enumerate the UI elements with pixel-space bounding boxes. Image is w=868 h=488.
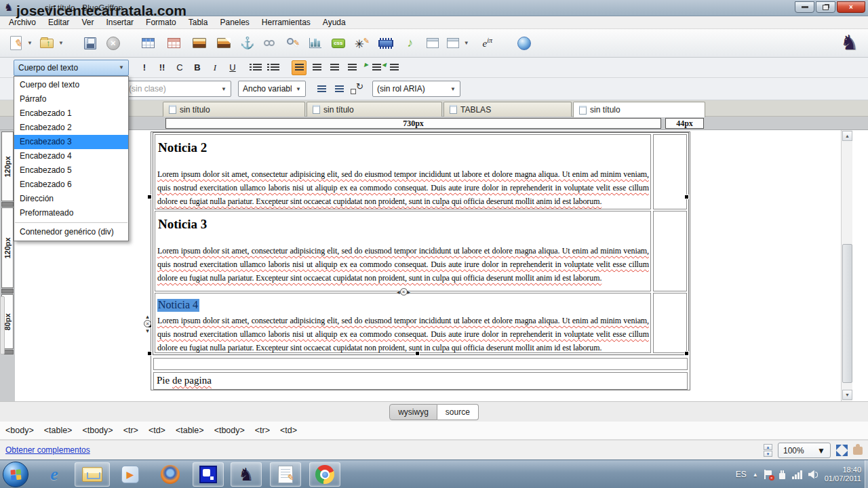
open-file-button[interactable]: ↑ (37, 32, 57, 55)
taskbar-internet-explorer[interactable]: e (39, 462, 69, 487)
math-button[interactable]: eiπ (473, 32, 502, 55)
breadcrumb-tr[interactable]: <tr> (123, 426, 138, 435)
menu-tabla[interactable]: Tabla (182, 16, 214, 28)
network-signal-icon[interactable] (792, 470, 802, 479)
taskbar-chrome[interactable] (309, 462, 340, 487)
strong-button[interactable]: !! (155, 60, 170, 75)
show-desktop-button[interactable] (865, 460, 868, 488)
breadcrumb-tbody[interactable]: <tbody> (82, 426, 113, 435)
browse-button[interactable] (513, 32, 536, 55)
position-static-button[interactable] (314, 81, 329, 96)
link-button[interactable] (259, 32, 281, 55)
tab-sin-titulo-1[interactable]: sin título (163, 102, 305, 117)
stop-button[interactable]: × (102, 32, 125, 55)
menu-item-encabezado-4[interactable]: Encabezado 4 (14, 149, 128, 163)
taskbar-windows-explorer[interactable] (75, 462, 110, 487)
paragraph-noticia-3[interactable]: Lorem ipsum dolor sit amet, consectetur … (157, 244, 649, 285)
selection-handle[interactable] (684, 351, 689, 356)
breadcrumb-tbody-2[interactable]: <tbody> (214, 426, 245, 435)
emphasis-button[interactable]: ! (137, 60, 152, 75)
new-document-dropdown-arrow[interactable]: ▼ (27, 40, 33, 46)
insert-table-button[interactable] (136, 32, 161, 55)
script-button[interactable]: ✳✎ (350, 32, 373, 55)
new-document-button[interactable]: ✎ (5, 32, 26, 55)
row-resize-widget[interactable]: ▴×▾ (144, 313, 151, 334)
selection-handle[interactable] (147, 351, 152, 356)
menu-herramientas[interactable]: Herramientas (256, 16, 317, 28)
tab-sin-titulo-2[interactable]: sin título (307, 102, 442, 117)
table-cell-noticia-2[interactable]: Noticia 2 Lorem ipsum dolor sit amet, co… (155, 134, 651, 209)
table-empty-row[interactable] (153, 358, 688, 370)
stylesheet-button[interactable]: css (327, 32, 350, 55)
preview-button[interactable]: ✎ (281, 32, 304, 55)
taskbar-screen-recorder[interactable] (193, 462, 224, 487)
selection-handle[interactable] (415, 351, 420, 356)
table-cell-noticia-3[interactable]: Noticia 3 Lorem ipsum dolor sit amet, co… (155, 211, 651, 291)
taskbar-bluegriffon[interactable]: ♞ (231, 462, 262, 487)
menu-item-parrafo[interactable]: Párrafo (14, 92, 128, 106)
bold-button[interactable]: B (190, 60, 205, 75)
vruler-divider[interactable] (1, 289, 14, 293)
breadcrumb-table[interactable]: <table> (44, 426, 73, 435)
taskbar-notepad[interactable]: ✎ (270, 462, 301, 487)
table-side-cell[interactable] (653, 211, 687, 291)
speaker-icon[interactable] (808, 470, 818, 479)
panel-splitter-grip[interactable] (0, 296, 5, 354)
table-side-cell[interactable] (653, 134, 687, 209)
vruler-segment-120px-1[interactable]: 120px (1, 131, 14, 201)
breadcrumb-td-2[interactable]: <td> (280, 426, 297, 435)
taskbar-firefox[interactable] (155, 462, 186, 487)
tab-sin-titulo-active[interactable]: sin título (573, 102, 705, 117)
column-resize-widget[interactable]: ◂×▸ (397, 288, 410, 296)
menu-paneles[interactable]: Paneles (214, 16, 255, 28)
open-file-dropdown-arrow[interactable]: ▼ (58, 40, 64, 46)
insert-video-button[interactable] (373, 32, 399, 55)
menu-ayuda[interactable]: Ayuda (317, 16, 352, 28)
breadcrumb-td[interactable]: <td> (149, 426, 165, 435)
insert-audio-button[interactable]: ♪ (399, 32, 422, 55)
breadcrumb-table-2[interactable]: <table> (176, 426, 204, 435)
breadcrumb-body[interactable]: <body> (5, 426, 34, 435)
menu-item-contenedor-generico[interactable]: Contenedor genérico (div) (14, 225, 128, 239)
vruler-divider[interactable] (1, 202, 14, 207)
fullscreen-button[interactable] (836, 445, 848, 456)
table-footer-cell[interactable]: Pie de pagina (153, 372, 688, 390)
scroll-down-button[interactable]: ▼ (842, 390, 852, 400)
breadcrumb-tr-2[interactable]: <tr> (255, 426, 270, 435)
align-center-button[interactable] (309, 60, 324, 75)
rotate-button[interactable]: ↻ (349, 81, 364, 96)
menu-item-encabezado-3[interactable]: Encabezado 3 (14, 135, 128, 149)
menu-item-encabezado-6[interactable]: Encabezado 6 (14, 178, 128, 192)
class-select[interactable]: (sin clase) ▼ (124, 81, 231, 97)
insert-image-button[interactable] (187, 32, 212, 55)
action-center-flag-icon[interactable]: × (764, 470, 772, 479)
selection-handle[interactable] (147, 195, 152, 199)
paragraph-format-select[interactable]: Cuerpo del texto ▼ (14, 60, 129, 76)
taskbar-clock[interactable]: 18:40 01/07/2011 (825, 466, 861, 483)
heading-noticia-2[interactable]: Noticia 2 (158, 140, 650, 155)
wysiwyg-button[interactable]: wysiwyg (389, 404, 437, 420)
editor-canvas[interactable]: 120px 120px 80px Noticia 2 Lorem ipsum d… (0, 130, 868, 401)
close-button[interactable]: × (837, 1, 865, 13)
zoom-select[interactable]: 100% ▼ (778, 443, 831, 458)
power-plug-icon[interactable] (778, 470, 786, 479)
start-button[interactable] (3, 462, 28, 487)
taskbar-media-player[interactable]: ▶ (115, 462, 145, 487)
spinner-down-icon[interactable]: ▼ (764, 451, 772, 457)
menu-item-encabezado-2[interactable]: Encabezado 2 (14, 121, 128, 135)
window-dropdown-arrow[interactable]: ▼ (464, 40, 469, 46)
addons-puzzle-icon[interactable] (853, 447, 863, 455)
menu-item-preformateado[interactable]: Preformateado (14, 206, 128, 220)
window-button[interactable] (443, 32, 462, 55)
italic-button[interactable]: I (208, 60, 222, 75)
get-addons-link[interactable]: Obtener complementos (5, 445, 90, 455)
hidden-icons-arrow[interactable]: ▲ (753, 472, 758, 478)
image-properties-button[interactable] (212, 32, 236, 55)
footer-text[interactable]: Pie de pagina (154, 373, 687, 386)
table-cell-noticia-4[interactable]: Noticia 4 Lorem ipsum dolor sit amet, co… (155, 293, 651, 353)
width-select[interactable]: Ancho variable ▼ (238, 81, 306, 97)
align-left-button[interactable] (292, 60, 307, 75)
heading-noticia-3[interactable]: Noticia 3 (158, 217, 650, 232)
menu-item-direccion[interactable]: Dirección (14, 192, 128, 206)
ruler-segment-730px[interactable]: 730px (165, 118, 661, 129)
